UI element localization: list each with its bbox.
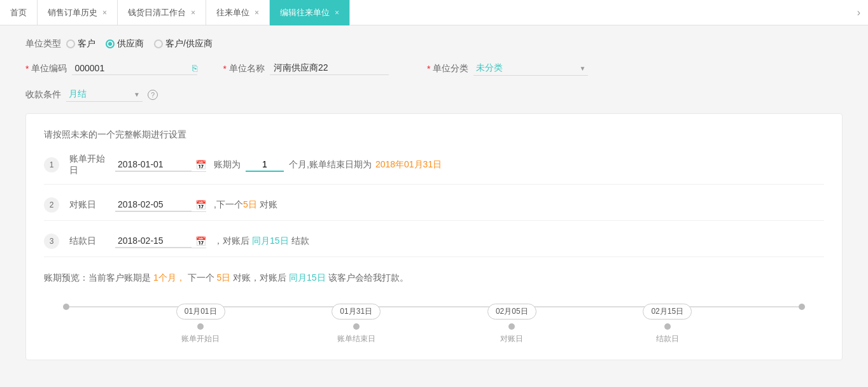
- period-suffix-2: 对账: [260, 199, 277, 211]
- tab-cash-workbench[interactable]: 钱货日清工作台 ×: [118, 0, 206, 25]
- period-date-2-input[interactable]: [115, 198, 192, 211]
- period-row-1: 1 账单开始日 📅 账期为 个月,账单结束日期为 2018年01月31日: [44, 153, 824, 185]
- timeline-label-1: 账单开始日: [181, 334, 220, 344]
- timeline-dot-1: [197, 323, 204, 330]
- radio-both-circle: [154, 39, 163, 48]
- preview-text-1: 下一个: [188, 272, 214, 283]
- tab-unit[interactable]: 往来单位 ×: [206, 0, 270, 25]
- tab-close-edit-unit[interactable]: ×: [335, 8, 339, 17]
- unit-name-input[interactable]: [270, 62, 389, 75]
- tab-home[interactable]: 首页: [0, 0, 38, 25]
- radio-both-label: 客户/供应商: [165, 38, 213, 50]
- tl-end-dot: [799, 304, 805, 314]
- payment-condition-label: 收款条件: [25, 89, 61, 101]
- timeline-dot-2: [353, 323, 360, 330]
- radio-customer[interactable]: 客户: [66, 38, 95, 50]
- unit-code-required: *: [25, 64, 29, 74]
- unit-category-value: 未分类: [476, 62, 575, 74]
- tab-close-cash-workbench[interactable]: ×: [191, 8, 195, 17]
- timeline-pill-2: 01月31日: [332, 304, 381, 320]
- period-highlight-2: 5日: [243, 199, 257, 211]
- calendar-icon-1[interactable]: 📅: [195, 160, 206, 170]
- period-value-input[interactable]: [246, 158, 284, 172]
- period-prefix-2: ,下一个: [214, 199, 243, 211]
- period-num-2: 2: [44, 197, 59, 213]
- tab-edit-unit[interactable]: 编辑往来单位 ×: [270, 0, 350, 25]
- unit-type-field: 单位类型 客户 供应商 客户/供应商: [25, 38, 223, 50]
- timeline-pill-3: 02月05日: [487, 304, 536, 320]
- unit-category-select[interactable]: 未分类 ▼: [473, 61, 588, 76]
- payment-condition-select[interactable]: 月结 ▼: [66, 87, 143, 102]
- page-content: 单位类型 客户 供应商 客户/供应商 * 单位编码: [0, 25, 868, 387]
- tab-close-unit[interactable]: ×: [255, 8, 259, 17]
- preview-teal: 同月15日: [289, 272, 326, 283]
- radio-supplier-label: 供应商: [117, 38, 144, 50]
- radio-supplier[interactable]: 供应商: [106, 38, 144, 50]
- radio-customer-label: 客户: [78, 38, 95, 50]
- calendar-icon-3[interactable]: 📅: [195, 236, 206, 246]
- unit-type-label: 单位类型: [25, 38, 61, 50]
- timeline-point-2: 01月31日 账单结束日: [332, 304, 381, 344]
- unit-category-field: * 单位分类 未分类 ▼: [427, 61, 588, 76]
- tab-more-button[interactable]: ›: [850, 7, 868, 18]
- unit-code-label: 单位编码: [31, 63, 67, 74]
- tl-end-circle: [799, 304, 805, 310]
- period-date-1-input[interactable]: [115, 158, 192, 171]
- period-prefix-3: ，对账后: [214, 236, 249, 247]
- radio-supplier-circle: [106, 39, 115, 48]
- unit-code-input[interactable]: [72, 62, 188, 74]
- unit-code-field: * 单位编码 ⎘: [25, 62, 197, 75]
- period-end-date-1: 2018年01月31日: [375, 159, 442, 171]
- copy-icon[interactable]: ⎘: [192, 63, 197, 73]
- tab-close-sales-history[interactable]: ×: [102, 8, 107, 17]
- timeline-section: 01月01日 账单开始日 01月31日 账单结束日 02月05日: [44, 304, 824, 344]
- payment-condition-value: 月结: [69, 88, 130, 100]
- timeline-pill-4: 02月15日: [643, 304, 692, 320]
- period-highlight-3: 同月15日: [252, 236, 289, 247]
- preview-section: 账期预览：当前客户账期是 1个月， 下一个 5日 对账，对账后 同月15日 该客…: [44, 270, 824, 286]
- unit-type-radio-group: 客户 供应商 客户/供应商: [66, 38, 223, 50]
- tl-start-circle: [63, 304, 69, 310]
- radio-both[interactable]: 客户/供应商: [154, 38, 213, 50]
- period-suffix-before-1: 账期为: [214, 159, 241, 171]
- payment-help-icon[interactable]: ?: [148, 90, 158, 100]
- panel-hint: 请按照未来的一个完整帐期进行设置: [44, 129, 824, 141]
- preview-text-2: 对账，对账后: [233, 272, 286, 283]
- preview-text-3: 该客户会给我打款。: [328, 272, 409, 283]
- calendar-icon-2[interactable]: 📅: [195, 200, 206, 210]
- timeline-points: 01月01日 账单开始日 01月31日 账单结束日 02月05日: [63, 304, 805, 344]
- period-num-1: 1: [44, 157, 59, 172]
- period-label-2: 对账日: [69, 199, 105, 211]
- period-label-3: 结款日: [69, 236, 105, 247]
- period-row-3: 3 结款日 📅 ，对账后 同月15日 结款: [44, 234, 824, 257]
- timeline-point-3: 02月05日 对账日: [487, 304, 536, 344]
- unit-code-input-wrapper: ⎘: [72, 62, 197, 75]
- period-date-3-wrapper: 📅: [115, 234, 206, 248]
- period-settings-panel: 请按照未来的一个完整帐期进行设置 1 账单开始日 📅 账期为 个月,账单结束日期…: [25, 113, 843, 360]
- period-suffix-after-1: 个月,账单结束日期为: [289, 159, 372, 171]
- timeline-label-3: 对账日: [500, 334, 523, 344]
- period-suffix-3: 结款: [291, 236, 309, 247]
- timeline-dot-4: [664, 323, 671, 330]
- timeline-label-4: 结款日: [656, 334, 679, 344]
- unit-name-required: *: [223, 64, 226, 74]
- category-chevron-icon: ▼: [579, 65, 585, 72]
- unit-name-field: * 单位名称: [223, 62, 388, 75]
- period-date-3-input[interactable]: [115, 234, 192, 248]
- timeline-pill-1: 01月01日: [176, 304, 225, 320]
- period-label-1: 账单开始日: [69, 153, 105, 176]
- timeline-point-1: 01月01日 账单开始日: [176, 304, 225, 344]
- timeline-dot-3: [508, 323, 515, 330]
- payment-condition-field: 收款条件 月结 ▼ ?: [25, 87, 158, 102]
- timeline-label-2: 账单结束日: [337, 334, 375, 344]
- timeline-point-4: 02月15日 结款日: [643, 304, 692, 344]
- tab-sales-history[interactable]: 销售订单历史 ×: [38, 0, 118, 25]
- preview-orange-2: 5日: [216, 272, 230, 283]
- tabs-bar: 首页 销售订单历史 × 钱货日清工作台 × 往来单位 × 编辑往来单位 × ›: [0, 0, 868, 25]
- unit-category-required: *: [427, 64, 430, 74]
- payment-condition-row: 收款条件 月结 ▼ ?: [25, 87, 843, 102]
- unit-category-label: 单位分类: [433, 63, 468, 74]
- preview-label: 账期预览：当前客户账期是: [44, 272, 151, 283]
- period-date-1-wrapper: 📅: [115, 158, 206, 172]
- payment-chevron-icon: ▼: [134, 91, 140, 98]
